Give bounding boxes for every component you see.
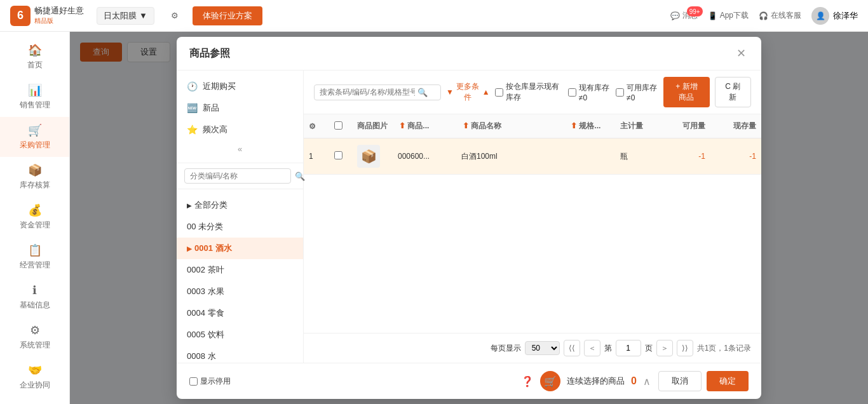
product-search-input[interactable]: [320, 88, 415, 97]
th-name[interactable]: ⬆ 商品名称: [456, 114, 564, 138]
show-disabled-checkbox[interactable]: [189, 377, 198, 386]
add-product-button[interactable]: + 新增商品: [663, 77, 709, 107]
page-unit: 页: [645, 343, 653, 354]
top-header: 6 畅捷通好生意 精品版 日太阳膜 ▼ ⚙ 体验行业方案 💬 消息 99+ 📱 …: [0, 0, 868, 32]
logo-icon: 6: [10, 6, 31, 26]
sidebar-item-home[interactable]: 🏠 首页: [0, 37, 69, 77]
sidebar: 🏠 首页 📊 销售管理 🛒 采购管理 📦 库存核算 💰 资金管理 📋 经营管理 …: [0, 32, 70, 404]
category-0008[interactable]: 0008 水: [177, 346, 303, 363]
modal-header: 商品参照 ✕: [177, 37, 761, 71]
refresh-button[interactable]: C 刷新: [715, 77, 751, 107]
toolbar-right: + 新增商品 C 刷新: [663, 77, 751, 107]
frequent-link[interactable]: ⭐ 频次高: [177, 119, 303, 140]
logo-text: 畅捷通好生意: [34, 6, 84, 17]
sidebar-item-inventory[interactable]: 📦 库存核算: [0, 157, 69, 197]
sidebar-label: 库存核算: [20, 180, 50, 191]
search-icon[interactable]: 🔍: [417, 88, 428, 97]
sidebar-label: 采购管理: [20, 140, 50, 151]
category-0002[interactable]: 0002 茶叶: [177, 259, 303, 281]
prev-page-button[interactable]: ＜: [584, 340, 600, 356]
sidebar-item-finance[interactable]: 💰 资金管理: [0, 197, 69, 237]
th-spec[interactable]: ⬆ 规格...: [564, 114, 615, 138]
new-product-link[interactable]: 🆕 新品: [177, 97, 303, 119]
avatar: 👤: [811, 7, 829, 25]
footer-collapse-button[interactable]: ∧: [643, 375, 651, 387]
modal-close-button[interactable]: ✕: [733, 46, 749, 61]
confirm-button[interactable]: 确定: [707, 371, 749, 391]
sort-icon: ⬆: [571, 121, 577, 130]
category-0001[interactable]: ▶ 0001 酒水: [177, 238, 303, 259]
next-page-button[interactable]: ＞: [656, 340, 673, 356]
sidebar-item-purchase[interactable]: 🛒 采购管理: [0, 117, 69, 157]
category-all[interactable]: ▶ 全部分类: [177, 194, 303, 216]
main-layout: 🏠 首页 📊 销售管理 🛒 采购管理 📦 库存核算 💰 资金管理 📋 经营管理 …: [0, 32, 868, 404]
last-page-button[interactable]: ⟩⟩: [677, 340, 693, 356]
modal-footer: 显示停用 ❓ 🛒 连续选择的商品 0 ∧ 取消 确定: [177, 363, 761, 399]
th-stock: 现存量: [710, 114, 761, 138]
sidebar-item-guide[interactable]: 📖 新手引导: [0, 397, 69, 404]
available-stock-checkbox[interactable]: 可用库存≠0: [616, 83, 658, 102]
th-available: 可用量: [660, 114, 710, 138]
cart-button[interactable]: 🛒: [540, 371, 560, 391]
modal-title: 商品参照: [189, 47, 230, 60]
cell-unit: 瓶: [615, 138, 660, 175]
sidebar-label: 基础信息: [20, 300, 50, 311]
new-label: 新品: [203, 102, 219, 114]
cell-image: 📦: [352, 138, 393, 175]
sidebar-label: 销售管理: [20, 100, 50, 111]
sort-icon: ⬆: [399, 121, 405, 130]
header-right: 💬 消息 99+ 📱 App下载 🎧 在线客服 👤 徐泽华: [670, 7, 858, 25]
cell-available: -1: [660, 138, 710, 175]
more-filter-button[interactable]: ▼ 更多条件 ▲: [446, 81, 490, 103]
logo-area: 6 畅捷通好生意 精品版: [10, 6, 86, 26]
sidebar-item-system[interactable]: ⚙ 系统管理: [0, 317, 69, 357]
header-mid: ⚙ 体验行业方案: [165, 6, 262, 26]
app-download-button[interactable]: 📱 App下载: [708, 10, 749, 21]
finance-icon: 💰: [28, 203, 42, 217]
sidebar-item-basic-info[interactable]: ℹ 基础信息: [0, 277, 69, 317]
cell-check[interactable]: [329, 138, 352, 175]
th-settings[interactable]: ⚙: [304, 114, 329, 138]
left-panel: 🕐 近期购买 🆕 新品 ⭐ 频次高: [177, 71, 304, 363]
cell-name: 白酒100ml: [456, 138, 564, 175]
online-service-button[interactable]: 🎧 在线客服: [759, 10, 801, 21]
current-stock-checkbox[interactable]: 现有库存≠0: [568, 83, 611, 102]
cart-icon: 🛒: [544, 375, 557, 387]
first-page-button[interactable]: ⟨⟨: [564, 340, 580, 356]
user-area[interactable]: 👤 徐泽华: [811, 7, 858, 25]
table-row[interactable]: 1 📦 00: [304, 138, 761, 175]
collapse-button[interactable]: «: [177, 140, 303, 158]
recent-purchase-link[interactable]: 🕐 近期购买: [177, 76, 303, 97]
page-number-input[interactable]: [616, 340, 641, 356]
category-0003[interactable]: 0003 水果: [177, 281, 303, 302]
sidebar-item-sales[interactable]: 📊 销售管理: [0, 77, 69, 117]
warehouse-display-checkbox[interactable]: 按仓库显示现有库存: [495, 81, 563, 103]
gear-button[interactable]: ⚙: [165, 6, 185, 26]
show-disabled-label[interactable]: 显示停用: [189, 376, 231, 387]
per-page-select[interactable]: 102050100: [525, 341, 560, 355]
info-icon: ℹ: [32, 283, 37, 297]
sidebar-item-collab[interactable]: 🤝 企业协同: [0, 357, 69, 397]
message-badge: 99+: [687, 6, 703, 17]
experience-button[interactable]: 体验行业方案: [193, 6, 262, 25]
store-selector[interactable]: 日太阳膜 ▼: [97, 7, 154, 25]
sidebar-item-operations[interactable]: 📋 经营管理: [0, 237, 69, 277]
category-00[interactable]: 00 未分类: [177, 216, 303, 238]
category-0005[interactable]: 0005 饮料: [177, 324, 303, 346]
system-icon: ⚙: [30, 323, 40, 337]
modal-body: 🕐 近期购买 🆕 新品 ⭐ 频次高: [177, 71, 761, 363]
search-input-wrap: 🔍: [314, 84, 441, 100]
footer-right: 取消 确定: [658, 371, 749, 391]
sidebar-label: 系统管理: [20, 340, 50, 351]
product-table: ⚙ 商品图片 ⬆ 商品...: [304, 114, 761, 175]
messages-button[interactable]: 💬 消息 99+: [670, 10, 698, 21]
cancel-button[interactable]: 取消: [658, 371, 702, 391]
category-0004[interactable]: 0004 零食: [177, 302, 303, 324]
quick-links: 🕐 近期购买 🆕 新品 ⭐ 频次高: [177, 71, 303, 163]
th-image: 商品图片: [352, 114, 393, 138]
category-search-input[interactable]: [184, 168, 291, 184]
th-code[interactable]: ⬆ 商品...: [393, 114, 456, 138]
help-button[interactable]: ❓: [521, 375, 534, 387]
pagination: 每页显示 102050100 ⟨⟨ ＜ 第 页 ＞ ⟩⟩ 共1页，1条记录: [304, 333, 761, 363]
th-check[interactable]: [329, 114, 352, 138]
